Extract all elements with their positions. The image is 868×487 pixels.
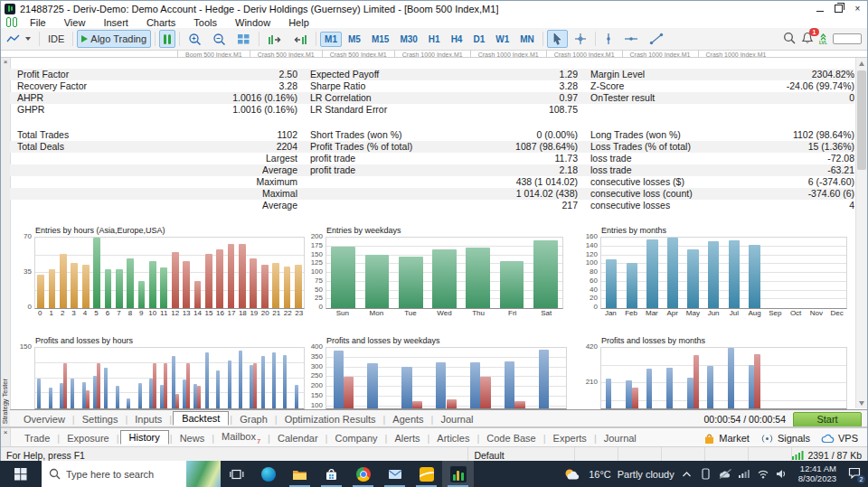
tab-overview[interactable]: Overview [17,413,71,426]
chart-window-tab[interactable]: Crash 1000 Index,M1 [698,50,774,57]
start-menu-button[interactable] [0,461,42,487]
scrollbar-thumb[interactable] [857,70,866,170]
tab-graph[interactable]: Graph [233,413,274,426]
notifications-button[interactable]: 1 [801,32,814,46]
weather-icon[interactable] [562,467,582,482]
chart-shift-button[interactable] [288,30,312,48]
taskbar-search-input[interactable]: Type here to search [42,461,221,487]
menu-tools[interactable]: Tools [184,17,226,28]
signals-button[interactable]: Signals [760,433,810,444]
toolbox-close-button[interactable]: × [4,428,8,436]
start-button[interactable]: Start [793,412,862,427]
tab-articles[interactable]: Articles [430,432,476,445]
chart-window-tab[interactable]: Crash 1000 Index,M1 [470,50,546,57]
weather-temp[interactable]: 16°C [589,469,611,480]
search-button[interactable] [783,32,796,46]
timeframe-h4[interactable]: H4 [447,32,467,47]
market-button[interactable]: Market [703,433,750,445]
scroll-down-arrow[interactable] [856,398,867,408]
timeframe-m1[interactable]: M1 [320,32,342,47]
show-hidden-icons-button[interactable] [681,471,693,478]
chrome-app-button[interactable] [347,461,379,487]
tab-news[interactable]: News [174,432,212,445]
scroll-up-arrow[interactable] [856,58,867,69]
mail-app-button[interactable] [379,461,410,487]
timeframe-w1[interactable]: W1 [491,32,514,47]
tab-experts[interactable]: Experts [547,432,593,445]
tab-mailbox[interactable]: Mailbox7 [215,430,267,445]
menu-insert[interactable]: Insert [94,17,137,28]
timeframe-h1[interactable]: H1 [424,32,445,47]
tab-company[interactable]: Company [328,432,383,445]
timeframe-d1[interactable]: D1 [468,32,489,47]
bar [626,380,632,408]
restore-button[interactable] [829,1,848,16]
volume-icon[interactable] [776,469,788,479]
pause-button[interactable] [159,30,175,48]
menu-window[interactable]: Window [226,17,279,28]
menu-help[interactable]: Help [279,17,318,28]
ide-button[interactable]: IDE [43,30,69,48]
tester-close-button[interactable]: × [1,58,10,67]
ms-store-button[interactable] [316,461,347,487]
tab-backtest[interactable]: Backtest [173,411,229,426]
tab-optimization-results[interactable]: Optimization Results [278,413,382,426]
menu-file[interactable]: File [21,17,55,28]
wifi-icon[interactable] [757,469,769,479]
scroll-to-end-button[interactable] [263,30,287,48]
taskbar-clock[interactable]: 12:41 AM 8/30/2023 [798,464,836,483]
timeframe-m30[interactable]: M30 [395,32,421,47]
windows-logo-icon [14,468,27,481]
zoom-in-button[interactable] [184,30,206,48]
chart-window-tab[interactable]: Crash 1000 Index,M1 [622,50,698,57]
timeframe-m5[interactable]: M5 [344,32,365,47]
tab-settings[interactable]: Settings [76,413,125,426]
tab-agents[interactable]: Agents [386,413,429,426]
mt5-app-button[interactable] [442,461,474,487]
tab-history[interactable]: History [120,430,169,445]
tile-windows-button[interactable] [232,30,255,48]
task-view-button[interactable] [221,461,252,487]
timeframe-mn[interactable]: MN [515,32,539,47]
tab-alerts[interactable]: Alerts [388,432,426,445]
yellow-office-app-button[interactable] [410,461,442,487]
close-button[interactable]: × [848,1,867,16]
menu-view[interactable]: View [55,17,95,28]
menu-charts[interactable]: Charts [137,17,184,28]
zoom-out-button[interactable] [208,30,231,48]
phone-link-icon[interactable] [700,468,712,480]
cursor-button[interactable] [547,30,568,48]
vertical-line-button[interactable] [599,30,618,48]
weather-text[interactable]: Partly cloudy [618,469,675,480]
tab-inputs[interactable]: Inputs [128,413,168,426]
chart-window-tab[interactable]: Crash 500 Index,M1 [322,50,394,57]
chart-window-tab[interactable]: Crash 1000 Index,M1 [546,50,622,57]
chart-window-tab[interactable]: Crash 1000 Index,M1 [394,50,470,57]
minimize-button[interactable] [810,1,829,16]
tester-scrollbar[interactable] [855,58,867,408]
chart-window-tab[interactable]: Boom 500 Index,M1 [177,50,250,57]
tab-exposure[interactable]: Exposure [61,432,115,445]
algo-trading-button[interactable]: Algo Trading [77,30,151,48]
onedrive-icon[interactable] [719,469,731,479]
trendline-button[interactable] [645,30,668,48]
tab-code-base[interactable]: Code Base [480,432,542,445]
action-center-button[interactable]: 2 [848,467,861,481]
edge-app-button[interactable] [252,461,284,487]
lvl-indicator[interactable]: LVL [819,33,827,44]
tab-trade[interactable]: Trade [18,432,56,445]
tab-journal[interactable]: Journal [434,413,479,426]
chart-window-tab[interactable]: Crash 500 Index,M1 [250,50,322,57]
stat-label: Profit Factor [10,69,171,80]
bar [82,265,90,308]
file-explorer-button[interactable] [284,461,316,487]
tab-calendar[interactable]: Calendar [271,432,325,445]
crosshair-button[interactable] [570,30,591,48]
timeframe-m15[interactable]: M15 [367,32,393,47]
chart-style-button[interactable] [2,30,35,48]
tab-journal[interactable]: Journal [598,432,643,445]
search-highlight-image[interactable] [186,461,221,487]
network-icon[interactable] [738,469,750,479]
vps-button[interactable]: VPS [821,433,858,444]
horizontal-line-button[interactable] [619,30,643,48]
